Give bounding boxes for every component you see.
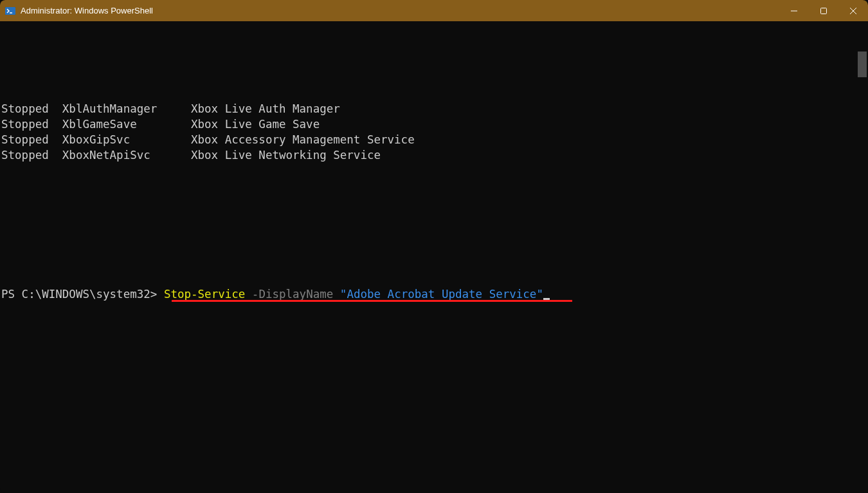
powershell-icon [5, 6, 15, 16]
close-button[interactable] [838, 0, 868, 21]
svg-rect-4 [821, 8, 827, 14]
terminal-body[interactable]: Stopped XblAuthManager Xbox Live Auth Ma… [0, 21, 868, 493]
minimize-button[interactable] [779, 0, 809, 21]
svg-rect-1 [5, 7, 15, 15]
scrollbar-thumb[interactable] [858, 51, 867, 77]
service-row: Stopped XblGameSave Xbox Live Game Save [1, 116, 867, 132]
service-row: Stopped XboxGipSvc Xbox Accessory Manage… [1, 132, 867, 147]
window-controls [779, 0, 868, 21]
annotation-underline [172, 300, 572, 302]
service-row: Stopped XboxNetApiSvc Xbox Live Networki… [1, 147, 867, 163]
titlebar[interactable]: Administrator: Windows PowerShell [0, 0, 868, 21]
command-arg: "Adobe Acrobat Update Service" [340, 288, 543, 301]
service-row: Stopped XblAuthManager Xbox Live Auth Ma… [1, 101, 867, 116]
command-param: -DisplayName [252, 288, 333, 301]
scrollbar-track[interactable] [858, 21, 867, 485]
prompt-line[interactable]: PS C:\WINDOWS\system32> Stop-Service -Di… [1, 286, 867, 302]
terminal-content: Stopped XblAuthManager Xbox Live Auth Ma… [1, 24, 867, 333]
window-title: Administrator: Windows PowerShell [21, 6, 153, 15]
prompt-path: PS C:\WINDOWS\system32> [1, 288, 157, 301]
maximize-button[interactable] [809, 0, 838, 21]
command-name: Stop-Service [164, 288, 245, 301]
